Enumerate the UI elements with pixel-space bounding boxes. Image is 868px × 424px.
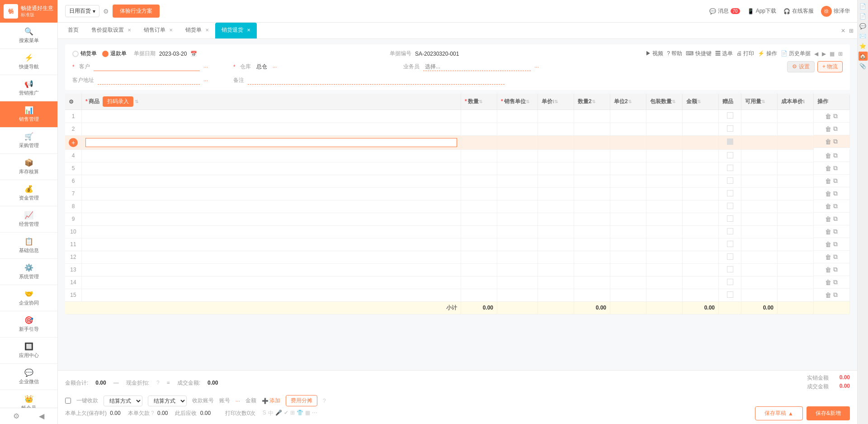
delete-row-btn[interactable]: 🗑 <box>825 215 831 223</box>
calendar-icon[interactable]: 📅 <box>190 51 197 57</box>
online-service-btn[interactable]: 🎧 在线客服 <box>783 7 814 15</box>
sidebar-item-member[interactable]: 👑畅会员 <box>0 390 57 408</box>
comment-icon[interactable]: 💬 <box>859 22 868 31</box>
available-cell[interactable] <box>741 251 778 263</box>
select-btn[interactable]: ☰ 选单 <box>715 50 733 57</box>
nav-prev-icon[interactable]: ◀ <box>814 51 818 57</box>
cost-price-cell[interactable] <box>778 175 814 187</box>
amount-cell[interactable] <box>683 187 719 200</box>
goods-cell[interactable] <box>82 263 461 276</box>
unit2-cell[interactable] <box>610 110 646 123</box>
delete-row-btn[interactable]: 🗑 <box>825 165 831 172</box>
topbar-gear-icon[interactable]: ⚙ <box>103 8 109 15</box>
pkg-qty-cell[interactable] <box>646 187 683 200</box>
tab-sales-return[interactable]: 销货退货✕ <box>215 23 257 38</box>
sales-unit-cell[interactable] <box>497 149 538 162</box>
copy-row-btn[interactable]: ⧉ <box>833 240 838 248</box>
amount-cell[interactable] <box>683 162 719 175</box>
available-cell[interactable] <box>741 200 778 213</box>
goods-input[interactable] <box>85 138 457 147</box>
trial-btn[interactable]: 体验行业方案 <box>113 5 160 18</box>
delete-row-btn[interactable]: 🗑 <box>825 138 831 145</box>
sidebar-item-system[interactable]: ⚙️系统管理 <box>0 259 57 285</box>
cost-price-cell[interactable] <box>778 289 814 301</box>
goods-cell[interactable] <box>82 187 461 200</box>
goods-sort-icon[interactable]: ⇅ <box>135 99 138 104</box>
price-cell[interactable] <box>538 187 574 200</box>
available-cell[interactable] <box>741 123 778 135</box>
tab-sales-shipment-close[interactable]: ✕ <box>205 28 209 33</box>
goods-cell[interactable] <box>82 149 461 162</box>
available-cell[interactable] <box>741 162 778 175</box>
print-btn[interactable]: 🖨 打印 <box>736 50 754 57</box>
doc2-icon[interactable]: 📄 <box>859 12 868 21</box>
pkg-qty-cell[interactable] <box>646 225 683 238</box>
sidebar-item-newbie[interactable]: 🎯新手引导 <box>0 311 57 338</box>
cost-price-cell[interactable] <box>778 135 814 149</box>
pkg-qty-cell[interactable] <box>646 238 683 251</box>
available-cell[interactable] <box>741 187 778 200</box>
amount-cell[interactable] <box>683 238 719 251</box>
qty2-cell[interactable] <box>574 251 610 263</box>
sales-unit-cell[interactable] <box>497 225 538 238</box>
qty2-cell[interactable] <box>574 238 610 251</box>
sales-unit-cell[interactable] <box>497 110 538 123</box>
mail-icon[interactable]: ✉️ <box>859 32 868 41</box>
gift-checkbox[interactable] <box>727 203 733 209</box>
home-icon[interactable]: 🏠 <box>859 52 868 61</box>
qty-cell[interactable] <box>461 149 497 162</box>
cost-price-cell[interactable] <box>778 251 814 263</box>
qty-cell[interactable] <box>461 123 497 135</box>
price-cell[interactable] <box>538 123 574 135</box>
sales-unit-cell[interactable] <box>497 263 538 276</box>
sidebar-item-finance[interactable]: 💰资金管理 <box>0 180 57 206</box>
cost-price-cell[interactable] <box>778 276 814 289</box>
scan-input-btn[interactable]: 扫码录入 <box>103 96 133 107</box>
doc-icon[interactable]: 📄 <box>859 2 868 11</box>
add-row-btn[interactable]: + <box>69 138 78 147</box>
goods-cell[interactable] <box>82 225 461 238</box>
settings-button[interactable]: ⚙ 设置 <box>787 61 814 72</box>
sales-unit-cell[interactable] <box>497 187 538 200</box>
remark-input[interactable] <box>248 76 505 85</box>
gift-checkbox[interactable] <box>727 279 733 285</box>
sales-unit-cell[interactable] <box>497 123 538 135</box>
discount-help-icon[interactable]: ? <box>156 380 160 386</box>
tab-home[interactable]: 首页 <box>61 23 85 38</box>
price-cell[interactable] <box>538 276 574 289</box>
delete-row-btn[interactable]: 🗑 <box>825 279 831 286</box>
tab-sales-order-close[interactable]: ✕ <box>169 28 173 33</box>
radio-shipment[interactable]: 销货单 <box>72 50 97 57</box>
cost-price-cell[interactable] <box>778 225 814 238</box>
sidebar-item-operation[interactable]: 📈经营管理 <box>0 206 57 233</box>
gift-checkbox[interactable] <box>727 253 733 260</box>
amount-cell[interactable] <box>683 289 719 301</box>
unit2-cell[interactable] <box>610 263 646 276</box>
delete-row-btn[interactable]: 🗑 <box>825 253 831 261</box>
qty-cell[interactable] <box>461 225 497 238</box>
gift-checkbox[interactable] <box>727 125 733 132</box>
customer-more-btn[interactable]: ··· <box>203 64 208 70</box>
maximize-icon[interactable]: ⊞ <box>849 28 854 34</box>
available-sort-icon[interactable]: ⇅ <box>761 99 765 104</box>
qty2-cell[interactable] <box>574 213 610 225</box>
goods-cell[interactable] <box>82 110 461 123</box>
unit2-cell[interactable] <box>610 238 646 251</box>
goods-cell[interactable] <box>82 123 461 135</box>
amount-cell[interactable] <box>683 123 719 135</box>
gift-checkbox[interactable] <box>727 266 733 272</box>
unit2-cell[interactable] <box>610 149 646 162</box>
unit2-cell[interactable] <box>610 123 646 135</box>
available-cell[interactable] <box>741 238 778 251</box>
gift-checkbox[interactable] <box>727 190 733 196</box>
unit2-cell[interactable] <box>610 289 646 301</box>
amount-cell[interactable] <box>683 135 719 149</box>
user-profile-btn[interactable]: 徐 徐泽华 <box>821 6 850 17</box>
sidebar-collapse-icon[interactable]: ◀ <box>39 412 44 420</box>
unit2-cell[interactable] <box>610 251 646 263</box>
pkg-qty-cell[interactable] <box>646 123 683 135</box>
copy-row-btn[interactable]: ⧉ <box>833 202 838 210</box>
price-cell[interactable] <box>538 251 574 263</box>
sales-unit-cell[interactable] <box>497 289 538 301</box>
amount-cell[interactable] <box>683 225 719 238</box>
